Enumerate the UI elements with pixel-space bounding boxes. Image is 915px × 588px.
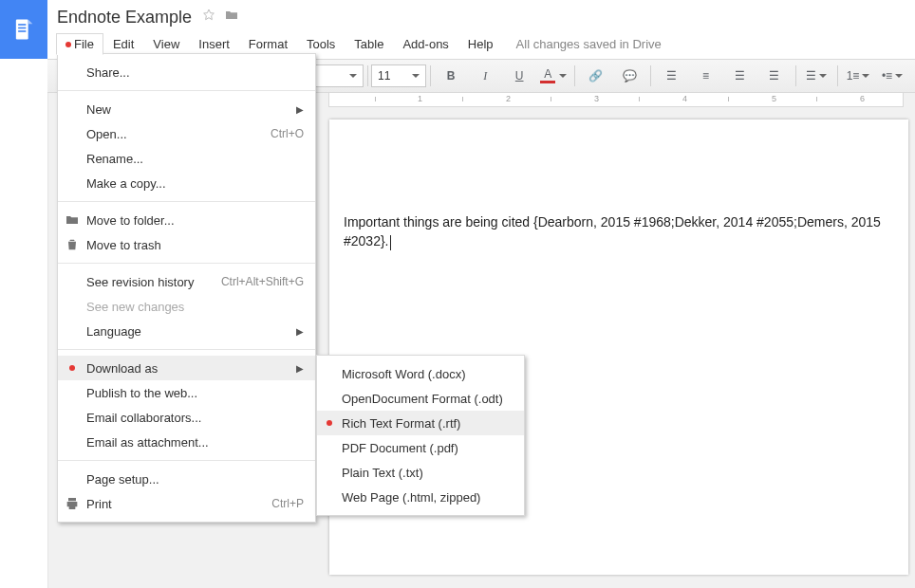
save-status: All changes saved in Drive — [516, 37, 662, 51]
menu-item-rename[interactable]: Rename... — [58, 146, 315, 171]
align-justify-button[interactable]: ☰ — [757, 64, 792, 88]
menu-item-download-as[interactable]: Download as ▶ — [58, 356, 315, 380]
caret-down-icon — [349, 74, 357, 78]
insert-comment-button[interactable]: 💬 — [612, 64, 646, 88]
italic-button[interactable]: I — [468, 64, 502, 88]
align-left-button[interactable]: ☰ — [655, 64, 689, 88]
menu-insert[interactable]: Insert — [189, 33, 239, 55]
marker-dot-icon — [65, 42, 71, 47]
trash-icon — [64, 236, 81, 253]
folder-icon[interactable] — [224, 8, 239, 28]
menu-view[interactable]: View — [143, 33, 189, 55]
submenu-item-odt[interactable]: OpenDocument Format (.odt) — [317, 386, 524, 411]
menu-item-publish-web[interactable]: Publish to the web... — [58, 380, 315, 405]
menu-item-page-setup[interactable]: Page setup... — [58, 467, 315, 491]
marker-dot-icon — [64, 359, 81, 377]
submenu-item-html[interactable]: Web Page (.html, zipped) — [317, 485, 524, 509]
star-icon[interactable] — [201, 8, 216, 28]
caret-down-icon — [819, 74, 827, 78]
menu-item-email-collaborators[interactable]: Email collaborators... — [58, 405, 315, 430]
download-as-submenu: Microsoft Word (.docx) OpenDocument Form… — [316, 355, 525, 516]
print-icon — [64, 495, 81, 512]
font-size-value: 11 — [378, 69, 390, 83]
folder-icon — [64, 211, 81, 229]
shortcut-label: Ctrl+O — [271, 127, 304, 140]
docs-icon — [10, 16, 37, 43]
svg-rect-3 — [18, 30, 26, 32]
menu-item-share[interactable]: Share... — [58, 60, 315, 84]
submenu-item-rtf[interactable]: Rich Text Format (.rtf) — [317, 411, 524, 435]
menu-item-print[interactable]: Print Ctrl+P — [58, 491, 315, 516]
bulleted-list-button[interactable]: •≡ — [875, 64, 909, 88]
menu-edit[interactable]: Edit — [103, 33, 143, 55]
align-right-button[interactable]: ☰ — [723, 64, 757, 88]
menu-item-move-to-trash[interactable]: Move to trash — [58, 232, 315, 257]
submenu-item-pdf[interactable]: PDF Document (.pdf) — [317, 435, 524, 460]
caret-down-icon — [412, 74, 420, 78]
marker-dot-icon — [327, 420, 332, 426]
menu-item-make-copy[interactable]: Make a copy... — [58, 171, 315, 195]
align-center-button[interactable]: ≡ — [689, 64, 723, 88]
menu-item-revision-history[interactable]: See revision history Ctrl+Alt+Shift+G — [58, 269, 315, 294]
menu-item-email-attachment[interactable]: Email as attachment... — [58, 430, 315, 454]
shortcut-label: Ctrl+P — [271, 497, 304, 510]
document-title[interactable]: Endnote Example — [57, 8, 192, 28]
text-color-button[interactable]: A — [536, 64, 570, 88]
svg-rect-2 — [18, 28, 26, 29]
caret-down-icon — [895, 74, 903, 78]
text-cursor — [390, 235, 391, 250]
document-body-text: Important things are being cited {Dearbo… — [344, 214, 881, 248]
submenu-item-docx[interactable]: Microsoft Word (.docx) — [317, 361, 524, 386]
bold-button[interactable]: B — [434, 64, 468, 88]
menu-item-new[interactable]: New ▶ — [58, 97, 315, 121]
insert-link-button[interactable]: 🔗 — [578, 64, 612, 88]
line-spacing-button[interactable]: ☰ — [799, 64, 833, 88]
submenu-arrow-icon: ▶ — [296, 326, 304, 337]
submenu-arrow-icon: ▶ — [296, 104, 304, 115]
file-menu-panel: Share... New ▶ Open... Ctrl+O Rename... … — [57, 53, 316, 523]
caret-down-icon — [559, 74, 567, 78]
app-logo[interactable] — [0, 0, 47, 59]
underline-button[interactable]: U — [502, 64, 536, 88]
menu-item-open[interactable]: Open... Ctrl+O — [58, 121, 315, 146]
menu-tools[interactable]: Tools — [297, 33, 345, 55]
numbered-list-button[interactable]: 1≡ — [841, 64, 875, 88]
text-color-swatch — [540, 81, 555, 83]
submenu-arrow-icon: ▶ — [296, 363, 304, 374]
menu-item-language[interactable]: Language ▶ — [58, 319, 315, 343]
shortcut-label: Ctrl+Alt+Shift+G — [221, 275, 304, 288]
left-gutter — [0, 59, 48, 588]
svg-rect-0 — [16, 20, 28, 40]
submenu-item-txt[interactable]: Plain Text (.txt) — [317, 460, 524, 485]
font-size-select[interactable]: 11 — [371, 64, 426, 87]
menu-item-see-new-changes: See new changes — [58, 294, 315, 319]
menu-addons[interactable]: Add-ons — [393, 33, 458, 55]
menu-item-move-to-folder[interactable]: Move to folder... — [58, 208, 315, 232]
caret-down-icon — [862, 74, 869, 78]
menu-format[interactable]: Format — [239, 33, 297, 55]
menubar: File Edit View Insert Format Tools Table… — [57, 33, 662, 55]
ruler: 1 2 3 4 5 6 — [328, 92, 904, 107]
menu-file[interactable]: File — [56, 33, 103, 55]
menu-table[interactable]: Table — [345, 33, 393, 55]
menu-help[interactable]: Help — [458, 33, 503, 55]
svg-rect-1 — [18, 24, 26, 26]
